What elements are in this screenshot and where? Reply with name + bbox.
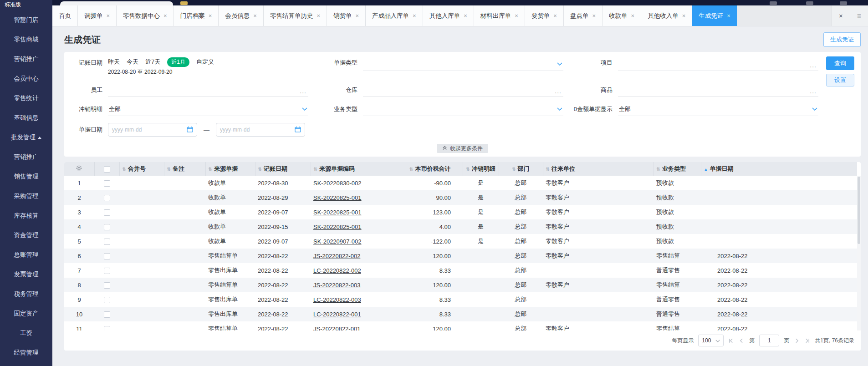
table-row[interactable]: 5收款单2022-09-07SK-20220907-002-122.00是总部零… — [64, 234, 857, 249]
goods-picker[interactable]: ... — [618, 83, 818, 97]
sidebar-item[interactable]: 零售商城 — [0, 30, 52, 49]
table-row[interactable]: 11零售结算单2022-08-22JS-20220822-001120.00总部… — [64, 321, 857, 330]
row-checkbox[interactable] — [104, 195, 110, 201]
sidebar-item[interactable]: 资金管理 — [0, 225, 52, 245]
tab-close-icon[interactable]: × — [727, 12, 730, 19]
first-page-button[interactable] — [728, 338, 734, 344]
source-code-link[interactable]: SK-20220825-001 — [313, 194, 362, 201]
sidebar-item[interactable]: 营销推广 — [0, 49, 52, 69]
column-header[interactable]: ⇅来源单据编码 — [311, 162, 391, 176]
sidebar-item[interactable]: 智慧门店 — [0, 10, 52, 30]
sidebar-item[interactable]: 税务管理 — [0, 284, 52, 304]
row-checkbox[interactable] — [104, 209, 110, 216]
topbar-bell-icon[interactable] — [806, 1, 813, 5]
tab-item[interactable]: 调拨单× — [78, 5, 117, 26]
sidebar-item[interactable]: 发票管理 — [0, 264, 52, 284]
quick-option[interactable]: 昨天 — [108, 58, 120, 66]
select-all-checkbox[interactable] — [104, 166, 110, 173]
source-code-link[interactable]: LC-20220822-002 — [313, 267, 361, 274]
tab-close-icon[interactable]: × — [413, 12, 416, 19]
doc-date-start-input[interactable]: yyyy-mm-dd — [108, 123, 197, 137]
table-row[interactable]: 3收款单2022-09-07SK-20220825-001123.00是总部零散… — [64, 205, 857, 219]
tab-item[interactable]: 首页 — [52, 5, 78, 26]
tab-close-icon[interactable]: × — [163, 12, 167, 19]
tab-active[interactable]: 生成凭证× — [692, 5, 737, 26]
sidebar-item[interactable]: 批发管理 — [0, 127, 52, 147]
tab-close-icon[interactable]: × — [515, 12, 518, 19]
column-header[interactable]: ⇅冲销明细 — [463, 162, 499, 176]
row-checkbox[interactable] — [104, 180, 110, 187]
row-checkbox[interactable] — [104, 239, 110, 245]
sidebar-item[interactable]: 总账管理 — [0, 245, 52, 264]
table-row[interactable]: 10零售出库单2022-08-22LC-20220822-0018.33总部普通… — [64, 307, 857, 321]
tab-item[interactable]: 要货单× — [525, 5, 564, 26]
source-code-link[interactable]: JS-20220822-002 — [313, 253, 360, 259]
last-page-button[interactable] — [804, 338, 810, 344]
scrollbar-thumb[interactable] — [858, 177, 860, 244]
vertical-scrollbar[interactable] — [857, 176, 861, 330]
tab-item[interactable]: 零售数据中心× — [117, 5, 174, 26]
page-number-input[interactable]: 1 — [759, 335, 779, 346]
tab-item[interactable]: 产成品入库单× — [366, 5, 423, 26]
project-picker[interactable]: ... — [618, 57, 818, 71]
row-checkbox[interactable] — [104, 326, 110, 330]
warehouse-picker[interactable]: ... — [363, 83, 563, 97]
column-header[interactable]: ⇅合并号 — [119, 162, 164, 176]
quick-option[interactable]: 今天 — [127, 58, 138, 66]
tab-close-icon[interactable]: × — [253, 12, 257, 19]
topbar-search-input[interactable] — [60, 1, 173, 5]
column-header[interactable]: ⇅业务类型 — [654, 162, 701, 176]
sidebar-item[interactable]: 工资 — [0, 323, 52, 343]
tab-item[interactable]: 零售结算单历史× — [264, 5, 327, 26]
table-row[interactable]: 4收款单2022-09-15SK-20220825-0014.00是总部零散客户… — [64, 219, 857, 234]
writeoff-detail-select[interactable]: 全部 — [108, 102, 308, 116]
tab-close-icon[interactable]: × — [355, 12, 359, 19]
tab-item[interactable]: 材料出库单× — [474, 5, 525, 26]
column-header[interactable]: ⇅备注 — [164, 162, 205, 176]
sidebar-item[interactable]: 零售统计 — [0, 88, 52, 108]
source-code-link[interactable]: JS-20220822-001 — [313, 325, 360, 331]
tab-item[interactable]: 盘点单× — [564, 5, 602, 26]
tab-item[interactable]: 会员信息× — [219, 5, 264, 26]
row-checkbox[interactable] — [104, 224, 110, 230]
source-code-link[interactable]: SK-20220825-001 — [313, 209, 362, 216]
source-code-link[interactable]: JS-20220822-003 — [313, 282, 360, 289]
source-code-link[interactable]: SK-20220825-001 — [313, 224, 362, 230]
tab-close-icon[interactable]: × — [317, 12, 320, 19]
column-header[interactable]: ⇅本币价税合计 — [391, 162, 463, 176]
source-code-link[interactable]: SK-20220907-002 — [313, 238, 362, 245]
table-row[interactable]: 8零售结算单2022-08-22JS-20220822-003120.00总部零… — [64, 278, 857, 292]
table-row[interactable]: 7零售出库单2022-08-22LC-20220822-0028.33总部普通零… — [64, 263, 857, 278]
tab-item[interactable]: 收款单× — [602, 5, 641, 26]
tab-close-icon[interactable]: × — [209, 12, 212, 19]
quick-option[interactable]: 近7天 — [145, 58, 160, 66]
row-checkbox[interactable] — [104, 297, 110, 303]
sidebar-item[interactable]: 库存核算 — [0, 206, 52, 225]
business-type-select[interactable] — [363, 102, 563, 116]
zero-amount-display-select[interactable]: 全部 — [618, 102, 818, 116]
topbar-apps-icon[interactable] — [770, 1, 777, 5]
topbar-user-icon[interactable] — [840, 1, 847, 5]
sidebar-item[interactable]: 采购管理 — [0, 186, 52, 206]
next-page-button[interactable] — [794, 338, 800, 344]
tab-item[interactable]: 其他收入单× — [641, 5, 692, 26]
sidebar-item[interactable]: 销售管理 — [0, 167, 52, 186]
tab-close-icon[interactable]: × — [464, 12, 467, 19]
generate-voucher-button[interactable]: 生成凭证 — [823, 32, 861, 47]
column-header[interactable]: ▲单据日期 — [701, 162, 857, 176]
row-checkbox[interactable] — [104, 282, 110, 289]
doc-type-select[interactable] — [363, 57, 563, 71]
tab-close-icon[interactable]: × — [682, 12, 686, 19]
doc-date-end-input[interactable]: yyyy-mm-dd — [216, 123, 305, 137]
tab-close-icon[interactable]: × — [553, 12, 557, 19]
table-row[interactable]: 9零售出库单2022-08-22LC-20220822-0038.33总部普通零… — [64, 292, 857, 307]
page-size-select[interactable]: 100 — [698, 335, 724, 346]
sidebar-item[interactable]: 基础信息 — [0, 108, 52, 127]
source-code-link[interactable]: LC-20220822-003 — [313, 296, 361, 303]
previous-page-button[interactable] — [739, 338, 745, 344]
row-checkbox[interactable] — [104, 268, 110, 274]
tab-list-menu-button[interactable]: ≡ — [850, 5, 868, 26]
tab-item[interactable]: 销货单× — [327, 5, 366, 26]
query-button[interactable]: 查询 — [826, 56, 854, 70]
source-code-link[interactable]: LC-20220822-001 — [313, 311, 361, 318]
